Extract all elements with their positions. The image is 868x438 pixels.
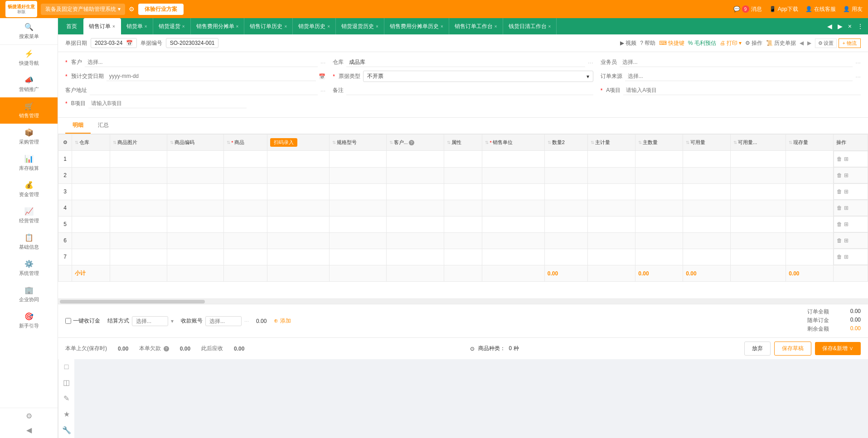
sidebar-settings-icon[interactable]: ⚙ bbox=[26, 412, 32, 420]
row-1-stock[interactable] bbox=[786, 151, 834, 168]
remark-input[interactable] bbox=[346, 86, 593, 95]
tab-close-order-workbench[interactable]: × bbox=[495, 24, 497, 29]
tab-sales-order[interactable]: 销售订单 × bbox=[83, 18, 121, 34]
shortcut-btn[interactable]: ⌨ 快捷键 bbox=[659, 39, 684, 47]
sidebar-item-marketing[interactable]: 📣 营销推广 bbox=[0, 71, 58, 97]
sidebar-item-basic[interactable]: 📋 基础信息 bbox=[0, 229, 58, 255]
online-service-btn[interactable]: 👤 在线客服 bbox=[805, 5, 836, 13]
row-4-copy-icon[interactable]: ⊞ bbox=[844, 205, 849, 211]
right-panel-icon-4[interactable]: ★ bbox=[63, 410, 70, 419]
tab-close-return-history[interactable]: × bbox=[327, 24, 330, 29]
customer-address-input[interactable] bbox=[90, 86, 318, 95]
b-project-input[interactable] bbox=[88, 99, 247, 108]
sidebar-item-quicknav[interactable]: ⚡ 快捷导航 bbox=[0, 45, 58, 71]
sidebar-item-enterprise[interactable]: 🏢 企业协同 bbox=[0, 281, 58, 308]
row-3-copy-icon[interactable]: ⊞ bbox=[844, 188, 849, 195]
page-nav-next[interactable]: ▶ bbox=[807, 40, 811, 46]
payment-method-input[interactable] bbox=[132, 316, 168, 326]
tab-receivable-clear-workbench[interactable]: 钱货日清工作台 × bbox=[503, 18, 557, 34]
row-1-qty2[interactable] bbox=[544, 151, 588, 168]
tab-close-sales-refund[interactable]: × bbox=[182, 24, 185, 29]
tab-home[interactable]: 首页 bbox=[60, 18, 83, 34]
row-1-code[interactable] bbox=[167, 151, 223, 168]
row-7-copy-icon[interactable]: ⊞ bbox=[844, 254, 849, 260]
operation-btn[interactable]: ⚙ 操作 bbox=[745, 39, 762, 47]
tab-sales-order-workbench[interactable]: 销售订单工作台 × bbox=[449, 18, 503, 34]
sidebar-item-search[interactable]: 🔍 搜索菜单 bbox=[0, 18, 58, 45]
calendar-icon-delivery[interactable]: 📅 bbox=[319, 73, 325, 80]
salesperson-expand[interactable]: ··· bbox=[855, 59, 861, 66]
a-project-input[interactable] bbox=[623, 86, 861, 95]
tab-sales-refund-history[interactable]: 销货退货历史 × bbox=[336, 18, 384, 34]
quick-order-checkbox-input[interactable] bbox=[65, 318, 71, 324]
detail-tab-summary[interactable]: 汇总 bbox=[91, 118, 116, 134]
tab-sales-expense-split-history[interactable]: 销售费用分摊单历史 × bbox=[384, 18, 449, 34]
account-input[interactable] bbox=[205, 316, 242, 326]
tab-close-receivable-workbench[interactable]: × bbox=[548, 24, 551, 29]
sidebar-item-guide[interactable]: 🎯 新手引导 bbox=[0, 308, 58, 334]
tab-close-sales-order[interactable]: × bbox=[112, 24, 115, 29]
sidebar-collapse-icon[interactable]: ◀ bbox=[26, 426, 32, 434]
date-field[interactable]: 2023-03-24 📅 bbox=[91, 38, 137, 48]
row-1-delete-icon[interactable]: 🗑 bbox=[837, 156, 842, 162]
tab-menu[interactable]: ⋮ bbox=[854, 23, 866, 30]
solution-button[interactable]: 体验行业方案 bbox=[138, 4, 184, 15]
sidebar-item-operations[interactable]: 📈 经营管理 bbox=[0, 202, 58, 229]
tab-close-expense-split-history[interactable]: × bbox=[441, 24, 443, 29]
app-download-btn[interactable]: 📱 App下载 bbox=[769, 5, 798, 13]
discard-button[interactable]: 放弃 bbox=[744, 342, 771, 356]
row-1-product[interactable] bbox=[224, 151, 267, 168]
tab-close-expense-split[interactable]: × bbox=[236, 24, 239, 29]
row-2-copy-icon[interactable]: ⊞ bbox=[844, 172, 849, 178]
right-panel-icon-3[interactable]: ✎ bbox=[63, 394, 69, 403]
salesperson-input[interactable] bbox=[620, 58, 853, 67]
row-1-spec[interactable] bbox=[330, 151, 386, 168]
row-3-delete-icon[interactable]: 🗑 bbox=[837, 188, 842, 195]
right-panel-icon-2[interactable]: ◫ bbox=[63, 378, 70, 387]
warehouse-expand[interactable]: ··· bbox=[588, 59, 593, 66]
customer-expand[interactable]: ··· bbox=[320, 59, 326, 66]
payment-method-chevron[interactable]: ▾ bbox=[171, 318, 174, 324]
column-settings-icon[interactable]: ⚙ bbox=[63, 140, 68, 145]
detail-tab-detail[interactable]: 明细 bbox=[65, 118, 91, 134]
row-5-delete-icon[interactable]: 🗑 bbox=[837, 221, 842, 227]
message-icon-btn[interactable]: 💬 9 消息 bbox=[733, 5, 762, 13]
sidebar-item-system[interactable]: ⚙️ 系统管理 bbox=[0, 255, 58, 281]
row-6-delete-icon[interactable]: 🗑 bbox=[837, 237, 842, 244]
sidebar-item-finance[interactable]: 💰 资金管理 bbox=[0, 176, 58, 202]
row-1-copy-icon[interactable]: ⊞ bbox=[844, 156, 849, 162]
horizontal-scrollbar[interactable] bbox=[58, 298, 868, 304]
row-1-warehouse[interactable] bbox=[72, 151, 110, 168]
tab-prev-arrow[interactable]: ◀ bbox=[824, 23, 835, 30]
settings-btn[interactable]: ⚙ 设置 bbox=[815, 39, 837, 48]
print-btn[interactable]: 🖨 打印 ▾ bbox=[720, 39, 742, 47]
save-draft-button[interactable]: 保存草稿 bbox=[774, 342, 811, 356]
warehouse-input[interactable] bbox=[346, 58, 585, 67]
row-1-avail2[interactable] bbox=[731, 151, 786, 168]
row-6-copy-icon[interactable]: ⊞ bbox=[844, 237, 849, 244]
tab-sales-return[interactable]: 销货单 × bbox=[121, 18, 153, 34]
row-1-mainqty[interactable] bbox=[635, 151, 683, 168]
delivery-date-input[interactable] bbox=[107, 72, 316, 81]
quick-order-checkbox[interactable]: 一键收订金 bbox=[65, 317, 100, 325]
order-source-expand[interactable]: ··· bbox=[855, 73, 861, 80]
right-panel-icon-5[interactable]: 🔧 bbox=[62, 426, 71, 434]
tab-sales-refund[interactable]: 销货退货 × bbox=[153, 18, 191, 34]
tab-close-order-history[interactable]: × bbox=[284, 24, 287, 29]
tab-sales-return-history[interactable]: 销货单历史 × bbox=[293, 18, 336, 34]
scan-btn[interactable]: 扫码录入 bbox=[270, 138, 297, 147]
sidebar-item-inventory[interactable]: 📊 库存核算 bbox=[0, 150, 58, 176]
history-btn[interactable]: 📜 历史单据 bbox=[766, 39, 796, 47]
customer-input[interactable] bbox=[85, 58, 318, 67]
add-btn[interactable]: ⊕ 添加 bbox=[274, 317, 291, 325]
settings-icon[interactable]: ⚙ bbox=[129, 5, 135, 13]
tab-next-arrow[interactable]: ▶ bbox=[835, 23, 845, 30]
user-avatar[interactable]: 👤 用友 bbox=[843, 5, 863, 13]
sidebar-item-sales[interactable]: 🛒 销售管理 bbox=[0, 97, 58, 124]
tab-close-sales-return[interactable]: × bbox=[145, 24, 147, 29]
account-expand[interactable]: ··· bbox=[244, 318, 249, 324]
customer-address-expand[interactable]: ··· bbox=[320, 87, 326, 94]
add-logistics-btn[interactable]: + 物流 bbox=[839, 39, 861, 48]
row-1-image[interactable] bbox=[110, 151, 167, 168]
row-1-custcode[interactable] bbox=[386, 151, 444, 168]
